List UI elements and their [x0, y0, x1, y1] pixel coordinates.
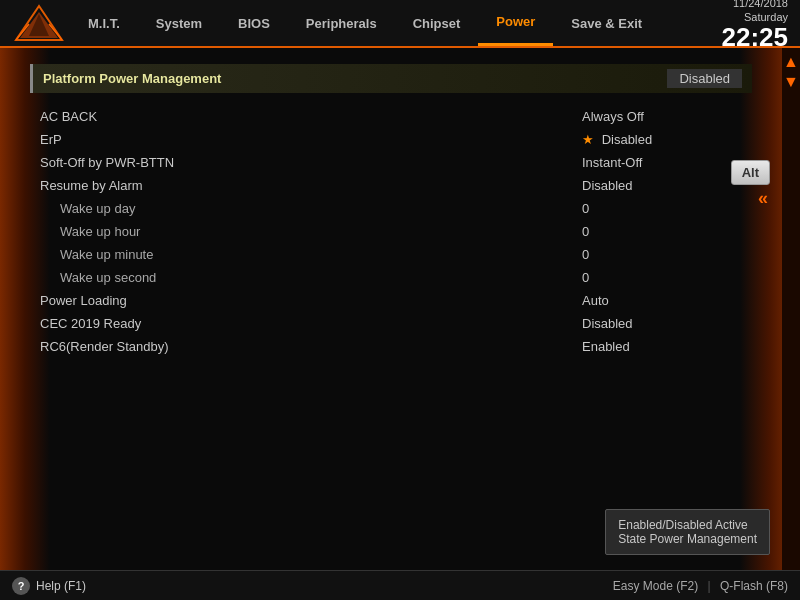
table-row[interactable]: ErP★ Disabled	[30, 128, 752, 151]
nav-item-system[interactable]: System	[138, 0, 220, 46]
table-row[interactable]: AC BACKAlways Off	[30, 105, 752, 128]
table-row[interactable]: Wake up day0	[30, 197, 752, 220]
setting-value: Always Off	[582, 109, 742, 124]
star-icon: ★	[582, 132, 598, 147]
setting-label: CEC 2019 Ready	[40, 316, 582, 331]
help-label[interactable]: Help (F1)	[36, 579, 86, 593]
help-icon: ?	[12, 577, 30, 595]
nav-item-bios[interactable]: BIOS	[220, 0, 288, 46]
setting-value: Disabled	[582, 178, 742, 193]
table-row[interactable]: Soft-Off by PWR-BTTNInstant-Off	[30, 151, 752, 174]
nav-item-peripherals[interactable]: Peripherals	[288, 0, 395, 46]
scroll-down-icon[interactable]: ▼	[783, 74, 799, 90]
alt-button[interactable]: Alt	[731, 160, 770, 185]
logo-area: AORUS	[0, 4, 70, 42]
section-header-row[interactable]: Platform Power Management Disabled	[30, 64, 752, 93]
table-row[interactable]: Wake up second0	[30, 266, 752, 289]
datetime-date: 11/24/2018	[733, 0, 788, 10]
setting-label: ErP	[40, 132, 582, 147]
table-row[interactable]: Wake up minute0	[30, 243, 752, 266]
nav-item-power[interactable]: Power	[478, 0, 553, 46]
section-header-label: Platform Power Management	[43, 71, 667, 86]
header: AORUS M.I.T. System BIOS Peripherals Chi…	[0, 0, 800, 48]
footer-left: ? Help (F1)	[12, 577, 86, 595]
main-content: Platform Power Management Disabled AC BA…	[0, 48, 782, 374]
right-scrollbar[interactable]: ▲ ▼	[782, 48, 800, 570]
setting-label: Power Loading	[40, 293, 582, 308]
nav-item-chipset[interactable]: Chipset	[395, 0, 479, 46]
qflash-label[interactable]: Q-Flash (F8)	[720, 579, 788, 593]
datetime-area: 11/24/2018 Saturday 22:25	[722, 0, 801, 50]
scroll-up-icon[interactable]: ▲	[783, 54, 799, 70]
setting-label: Wake up hour	[40, 224, 582, 239]
setting-label: Wake up minute	[40, 247, 582, 262]
setting-value: 0	[582, 247, 742, 262]
setting-value: ★ Disabled	[582, 132, 742, 147]
setting-value: 0	[582, 270, 742, 285]
setting-label: AC BACK	[40, 109, 582, 124]
table-row[interactable]: Resume by AlarmDisabled	[30, 174, 752, 197]
setting-label: Wake up day	[40, 201, 582, 216]
table-row[interactable]: RC6(Render Standby)Enabled	[30, 335, 752, 358]
nav-menu: M.I.T. System BIOS Peripherals Chipset P…	[70, 0, 722, 46]
chevron-double-icon[interactable]: «	[758, 188, 768, 209]
setting-value: Disabled	[582, 316, 742, 331]
setting-label: Soft-Off by PWR-BTTN	[40, 155, 582, 170]
section-header-value: Disabled	[667, 69, 742, 88]
table-row[interactable]: CEC 2019 ReadyDisabled	[30, 312, 752, 335]
aorus-logo: AORUS	[14, 4, 64, 42]
setting-value: Auto	[582, 293, 742, 308]
settings-table: AC BACKAlways OffErP★ DisabledSoft-Off b…	[30, 105, 752, 358]
footer: ? Help (F1) Easy Mode (F2) | Q-Flash (F8…	[0, 570, 800, 600]
easy-mode-label[interactable]: Easy Mode (F2)	[613, 579, 698, 593]
setting-value: 0	[582, 201, 742, 216]
table-row[interactable]: Wake up hour0	[30, 220, 752, 243]
setting-label: Wake up second	[40, 270, 582, 285]
setting-label: RC6(Render Standby)	[40, 339, 582, 354]
info-box-line1: Enabled/Disabled Active	[618, 518, 757, 532]
info-box-line2: State Power Management	[618, 532, 757, 546]
setting-value: 0	[582, 224, 742, 239]
footer-separator: |	[708, 579, 711, 593]
table-row[interactable]: Power LoadingAuto	[30, 289, 752, 312]
setting-label: Resume by Alarm	[40, 178, 582, 193]
info-box: Enabled/Disabled Active State Power Mana…	[605, 509, 770, 555]
datetime-time: 22:25	[722, 24, 789, 50]
footer-right: Easy Mode (F2) | Q-Flash (F8)	[613, 579, 788, 593]
setting-value: Enabled	[582, 339, 742, 354]
nav-item-mit[interactable]: M.I.T.	[70, 0, 138, 46]
setting-value: Instant-Off	[582, 155, 742, 170]
nav-item-save-exit[interactable]: Save & Exit	[553, 0, 660, 46]
